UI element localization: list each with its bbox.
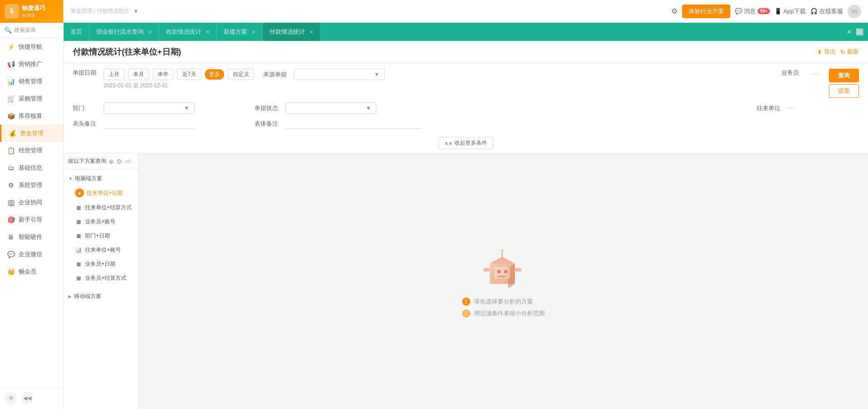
wechat-icon: 💬 bbox=[7, 250, 15, 258]
marketing-icon: 📢 bbox=[7, 60, 15, 68]
scheme-collapse-btn[interactable]: ≪ bbox=[125, 157, 132, 166]
sidebar-item-shortcut[interactable]: ⚡ 快捷导航 bbox=[0, 38, 63, 56]
svg-rect-10 bbox=[515, 268, 522, 272]
message-badge: 99+ bbox=[758, 8, 770, 14]
refresh-btn[interactable]: ↻ 刷新 bbox=[840, 48, 859, 56]
message-btn[interactable]: 💬 消息 99+ bbox=[735, 7, 770, 15]
current-year-btn[interactable]: 本年 bbox=[153, 69, 174, 80]
scheme-item-dept-date[interactable]: ▦ 部门+日期 bbox=[64, 229, 138, 243]
tab-new-scheme-close[interactable]: ✕ bbox=[252, 30, 255, 35]
source-doc-select[interactable]: ▼ bbox=[294, 69, 385, 80]
query-btn[interactable]: 查询 bbox=[829, 69, 859, 82]
sidebar-item-finance[interactable]: 💰 资金管理 bbox=[0, 125, 63, 142]
filter-area: 单据日期 上月 本月 本年 近7天 更多 自定义 2022-01-01 至 20… bbox=[64, 63, 868, 153]
tab-bank-close[interactable]: ✕ bbox=[148, 30, 152, 35]
more-dates-btn[interactable]: 更多 bbox=[205, 69, 224, 80]
current-month-btn[interactable]: 本月 bbox=[128, 69, 149, 80]
logo-icon: 6 bbox=[5, 4, 19, 19]
export-btn[interactable]: ⬆ 导出 bbox=[817, 48, 836, 56]
table-icon-4: ▦ bbox=[75, 261, 82, 268]
tab-payment[interactable]: 付款情况统计 ✕ bbox=[263, 23, 320, 41]
tab-bank[interactable]: 现金银行流水查询 ✕ bbox=[90, 23, 159, 41]
tab-payment-close[interactable]: ✕ bbox=[309, 30, 313, 35]
operation-icon: 📋 bbox=[7, 146, 15, 155]
scheme-item-partner-date[interactable]: ● 往来单位+日期 bbox=[64, 185, 138, 201]
empty-illustration bbox=[481, 245, 526, 291]
sidebar-logo: 6 畅捷通巧 标准版 bbox=[0, 0, 63, 23]
sidebar-item-vip[interactable]: 👑 畅会员 bbox=[0, 263, 63, 280]
empty-tips: 1 请先选择要分析的方案 2 用过滤条件来缩小分析范围 bbox=[462, 298, 545, 318]
logo-text: 畅捷通巧 标准版 bbox=[22, 4, 45, 19]
hardware-icon: 🖥 bbox=[7, 233, 15, 241]
table-icon-3: ▦ bbox=[75, 232, 82, 240]
scheme-item-partner-settlement[interactable]: ▦ 往来单位+结算方式 bbox=[64, 201, 138, 215]
shortcut-icon: ⚡ bbox=[7, 43, 15, 51]
scheme-item-staff-account[interactable]: ▦ 业务员+账号 bbox=[64, 215, 138, 229]
doc-status-filter: 单据状态 ▼ bbox=[254, 102, 748, 114]
tab-close-all-btn[interactable]: ✕ bbox=[847, 28, 852, 35]
tab-maximize-btn[interactable]: ⬜ bbox=[856, 28, 863, 35]
system-icon: ⚙ bbox=[7, 181, 15, 189]
online-service-btn[interactable]: 🎧 在线客服 bbox=[810, 7, 843, 15]
svg-point-5 bbox=[504, 270, 508, 273]
scheme-add-btn[interactable]: ⊕ bbox=[109, 158, 114, 165]
page-title: 付款情况统计(往来单位+日期) bbox=[73, 46, 181, 57]
scheme-sidebar: 按以下方案查询 ⊕ ⚙ ≪ ▼ 电脑端方案 ● 往来单位+日期 ▦ bbox=[64, 153, 139, 409]
scheme-group-mobile-header[interactable]: ▶ 移动端方案 bbox=[64, 290, 138, 303]
scheme-settings-btn[interactable]: ⚙ bbox=[116, 158, 122, 165]
sidebar-item-inventory[interactable]: 📦 库存核算 bbox=[0, 107, 63, 125]
scheme-item-partner-account[interactable]: 📊 往来单位+账号 bbox=[64, 243, 138, 257]
dept-select[interactable]: ▼ bbox=[104, 102, 195, 114]
header-settings-icon[interactable]: ⚙ bbox=[671, 7, 678, 15]
table-icon-2: ▦ bbox=[75, 218, 82, 226]
date-options: 上月 本月 本年 近7天 更多 自定义 bbox=[104, 69, 254, 80]
sidebar-item-basic[interactable]: 🗂 基础信息 bbox=[0, 159, 63, 177]
sidebar-item-marketing[interactable]: 📢 营销推广 bbox=[0, 56, 63, 73]
table-icon-5: ▦ bbox=[75, 275, 82, 282]
scheme-group-desktop-header[interactable]: ▼ 电脑端方案 bbox=[64, 172, 138, 185]
sidebar-item-hardware[interactable]: 🖥 智能硬件 bbox=[0, 228, 63, 246]
svg-point-4 bbox=[497, 270, 501, 273]
sidebar-item-system[interactable]: ⚙ 系统管理 bbox=[0, 177, 63, 194]
table-header-note-filter: 表头备注 bbox=[73, 118, 245, 129]
svg-marker-1 bbox=[490, 257, 515, 263]
table-body-note-filter: 表体备注 bbox=[254, 118, 859, 129]
table-header-note-input[interactable] bbox=[104, 118, 195, 129]
sidebar-item-sales[interactable]: 📊 销售管理 bbox=[0, 73, 63, 90]
basic-icon: 🗂 bbox=[7, 164, 15, 172]
app-download-btn[interactable]: 📱 App下载 bbox=[774, 7, 806, 15]
sidebar-item-guide[interactable]: 🎯 新手引导 bbox=[0, 211, 63, 228]
tab-income-close[interactable]: ✕ bbox=[206, 30, 210, 35]
tab-income[interactable]: 收款情况统计 ✕ bbox=[159, 23, 217, 41]
sidebar-settings-btn[interactable]: ⚙ bbox=[5, 392, 17, 404]
select-arrow-icon: ▼ bbox=[374, 71, 380, 78]
main-area: 资金管理 / 付款情况统计 ▼ ⚙ 体验行业方案 💬 消息 99+ 📱 App下… bbox=[64, 0, 868, 409]
tab-new-scheme[interactable]: 新建方案 ✕ bbox=[217, 23, 263, 41]
table-body-note-input[interactable] bbox=[285, 118, 422, 129]
scheme-item-staff-settlement[interactable]: ▦ 业务员+结算方式 bbox=[64, 271, 138, 285]
sidebar-item-purchase[interactable]: 🛒 采购管理 bbox=[0, 90, 63, 107]
try-btn[interactable]: 体验行业方案 bbox=[682, 5, 730, 18]
settings-btn[interactable]: 设置 bbox=[829, 84, 859, 98]
sidebar-item-enterprise[interactable]: 🏢 企业协同 bbox=[0, 194, 63, 211]
inventory-icon: 📦 bbox=[7, 112, 15, 120]
purchase-icon: 🛒 bbox=[7, 95, 15, 103]
date-range-text: 2022-01-01 至 2022-12-31 bbox=[104, 82, 254, 90]
sidebar-footer: ⚙ ◀◀ bbox=[0, 387, 63, 409]
message-icon: 💬 bbox=[735, 8, 742, 15]
sidebar-item-operation[interactable]: 📋 经营管理 bbox=[0, 142, 63, 159]
collapse-bar: ∧∧ 收起更多条件 bbox=[64, 133, 868, 153]
scheme-item-staff-date[interactable]: ▦ 业务员+日期 bbox=[64, 257, 138, 271]
sidebar-search[interactable]: 🔍 搜索菜单 bbox=[0, 23, 63, 38]
doc-status-select[interactable]: ▼ bbox=[285, 102, 376, 114]
breadcrumb-arrow[interactable]: ▼ bbox=[133, 8, 139, 15]
custom-date-btn[interactable]: 自定义 bbox=[228, 69, 254, 80]
tab-spacer bbox=[320, 23, 842, 41]
last-7-days-btn[interactable]: 近7天 bbox=[177, 69, 201, 80]
collapse-more-btn[interactable]: ∧∧ 收起更多条件 bbox=[439, 137, 493, 149]
sidebar-collapse-btn[interactable]: ◀◀ bbox=[21, 392, 34, 404]
sidebar-item-wechat[interactable]: 💬 企业微信 bbox=[0, 246, 63, 263]
last-month-btn[interactable]: 上月 bbox=[104, 69, 125, 80]
tab-home[interactable]: 首页 bbox=[64, 23, 90, 41]
user-avatar[interactable]: Rit bbox=[848, 5, 861, 18]
